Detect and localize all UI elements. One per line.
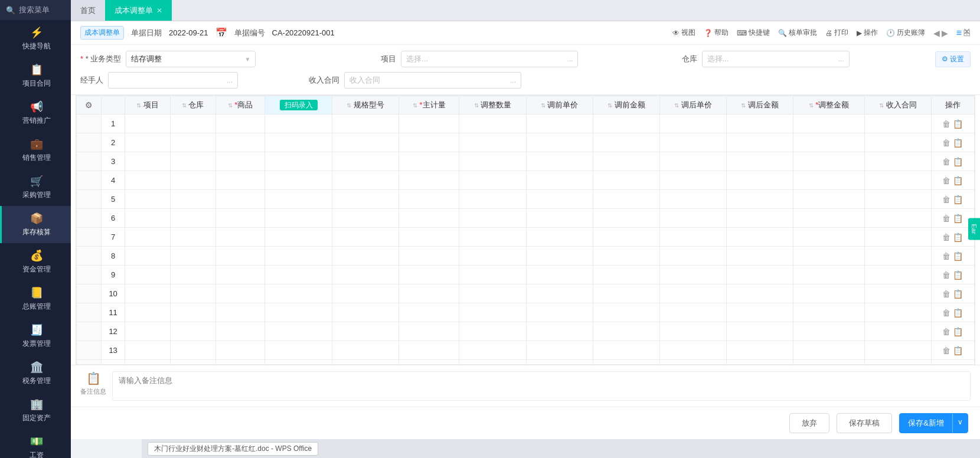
row-before-price-11[interactable] xyxy=(526,303,593,322)
row-income-7[interactable] xyxy=(864,228,931,247)
row-after-price-11[interactable] xyxy=(659,303,726,322)
save-new-button[interactable]: 保存&新增 ∨ xyxy=(899,413,968,433)
row-settings-12[interactable] xyxy=(77,322,102,341)
row-income-8[interactable] xyxy=(864,247,931,266)
row-spec-5[interactable] xyxy=(332,190,399,209)
row-settings-3[interactable] xyxy=(77,152,102,171)
row-after-amt-14[interactable] xyxy=(727,360,793,365)
col-settings[interactable]: ⚙ xyxy=(77,96,102,114)
row-adjust-amt-9[interactable] xyxy=(793,266,864,284)
discard-button[interactable]: 放弃 xyxy=(789,413,829,433)
row-delete-2[interactable]: 🗑 xyxy=(942,138,950,148)
tab-cost-adjust[interactable]: 成本调整单✕ xyxy=(105,0,172,21)
row-after-amt-3[interactable] xyxy=(727,152,793,171)
row-after-amt-8[interactable] xyxy=(727,247,793,266)
row-settings-1[interactable] xyxy=(77,114,102,133)
row-scan-6[interactable] xyxy=(265,209,332,228)
row-warehouse-5[interactable] xyxy=(170,190,215,209)
warehouse-dots[interactable]: ... xyxy=(838,55,844,63)
row-copy-12[interactable]: 📋 xyxy=(953,327,963,336)
row-income-13[interactable] xyxy=(864,341,931,360)
sidebar-item-fund-mgmt[interactable]: 💰资金管理 xyxy=(0,243,71,280)
row-scan-3[interactable] xyxy=(265,152,332,171)
row-before-amt-1[interactable] xyxy=(593,114,659,133)
row-after-amt-9[interactable] xyxy=(727,266,793,284)
row-income-6[interactable] xyxy=(864,209,931,228)
row-before-amt-12[interactable] xyxy=(593,322,659,341)
row-qty-6[interactable] xyxy=(459,209,526,228)
row-copy-11[interactable]: 📋 xyxy=(953,308,963,318)
warehouse-input[interactable]: 选择... ... xyxy=(702,51,850,67)
row-project-11[interactable] xyxy=(125,303,171,322)
row-qty-5[interactable] xyxy=(459,190,526,209)
row-unit-8[interactable] xyxy=(399,247,459,266)
row-qty-9[interactable] xyxy=(459,266,526,284)
row-goods-3[interactable] xyxy=(215,152,265,171)
row-warehouse-1[interactable] xyxy=(170,114,215,133)
handler-input[interactable]: ... xyxy=(108,72,238,89)
save-new-arrow[interactable]: ∨ xyxy=(952,414,968,433)
row-scan-4[interactable] xyxy=(265,171,332,190)
row-spec-3[interactable] xyxy=(332,152,399,171)
row-qty-2[interactable] xyxy=(459,133,526,152)
row-settings-11[interactable] xyxy=(77,303,102,322)
row-settings-5[interactable] xyxy=(77,190,102,209)
row-spec-9[interactable] xyxy=(332,266,399,284)
sidebar-item-ledger-mgmt[interactable]: 📒总账管理 xyxy=(0,280,71,318)
row-project-12[interactable] xyxy=(125,322,171,341)
row-scan-1[interactable] xyxy=(265,114,332,133)
row-project-1[interactable] xyxy=(125,114,171,133)
row-copy-1[interactable]: 📋 xyxy=(953,119,963,129)
sidebar-item-invoice-mgmt[interactable]: 🧾发票管理 xyxy=(0,318,71,355)
window-close-button[interactable]: ✕ xyxy=(963,26,971,37)
row-unit-10[interactable] xyxy=(399,284,459,303)
row-warehouse-11[interactable] xyxy=(170,303,215,322)
row-adjust-amt-13[interactable] xyxy=(793,341,864,360)
row-delete-10[interactable]: 🗑 xyxy=(942,289,950,299)
row-warehouse-13[interactable] xyxy=(170,341,215,360)
row-adjust-amt-6[interactable] xyxy=(793,209,864,228)
row-project-13[interactable] xyxy=(125,341,171,360)
row-qty-3[interactable] xyxy=(459,152,526,171)
row-spec-6[interactable] xyxy=(332,209,399,228)
row-qty-12[interactable] xyxy=(459,322,526,341)
row-before-amt-3[interactable] xyxy=(593,152,659,171)
row-goods-6[interactable] xyxy=(215,209,265,228)
settings-button[interactable]: ⚙ 设置 xyxy=(935,51,971,67)
row-income-4[interactable] xyxy=(864,171,931,190)
row-before-amt-6[interactable] xyxy=(593,209,659,228)
row-settings-6[interactable] xyxy=(77,209,102,228)
row-copy-8[interactable]: 📋 xyxy=(953,251,963,261)
row-after-price-5[interactable] xyxy=(659,190,726,209)
project-dots[interactable]: ... xyxy=(567,55,573,63)
row-warehouse-7[interactable] xyxy=(170,228,215,247)
row-spec-8[interactable] xyxy=(332,247,399,266)
row-before-amt-9[interactable] xyxy=(593,266,659,284)
row-after-amt-5[interactable] xyxy=(727,190,793,209)
row-project-14[interactable] xyxy=(125,360,171,365)
sidebar-search[interactable]: 🔍 搜索菜单 xyxy=(0,0,71,20)
income-contract-dots[interactable]: ... xyxy=(510,76,516,84)
row-spec-14[interactable] xyxy=(332,360,399,365)
row-goods-10[interactable] xyxy=(215,284,265,303)
tab-home[interactable]: 首页 xyxy=(71,0,105,21)
row-adjust-amt-4[interactable] xyxy=(793,171,864,190)
row-goods-11[interactable] xyxy=(215,303,265,322)
doc-action-shortcut[interactable]: ⌨快捷键 xyxy=(737,28,770,38)
row-project-2[interactable] xyxy=(125,133,171,152)
row-copy-7[interactable]: 📋 xyxy=(953,233,963,242)
row-settings-14[interactable] xyxy=(77,360,102,365)
row-qty-14[interactable] xyxy=(459,360,526,365)
row-copy-5[interactable]: 📋 xyxy=(953,195,963,204)
income-contract-input[interactable]: 收入合同 ... xyxy=(344,72,521,89)
row-income-3[interactable] xyxy=(864,152,931,171)
row-before-price-5[interactable] xyxy=(526,190,593,209)
row-spec-4[interactable] xyxy=(332,171,399,190)
row-project-7[interactable] xyxy=(125,228,171,247)
row-warehouse-2[interactable] xyxy=(170,133,215,152)
row-copy-9[interactable]: 📋 xyxy=(953,270,963,280)
row-goods-1[interactable] xyxy=(215,114,265,133)
sidebar-item-purchase-mgmt[interactable]: 🛒采购管理 xyxy=(0,169,71,206)
row-before-amt-10[interactable] xyxy=(593,284,659,303)
row-adjust-amt-11[interactable] xyxy=(793,303,864,322)
